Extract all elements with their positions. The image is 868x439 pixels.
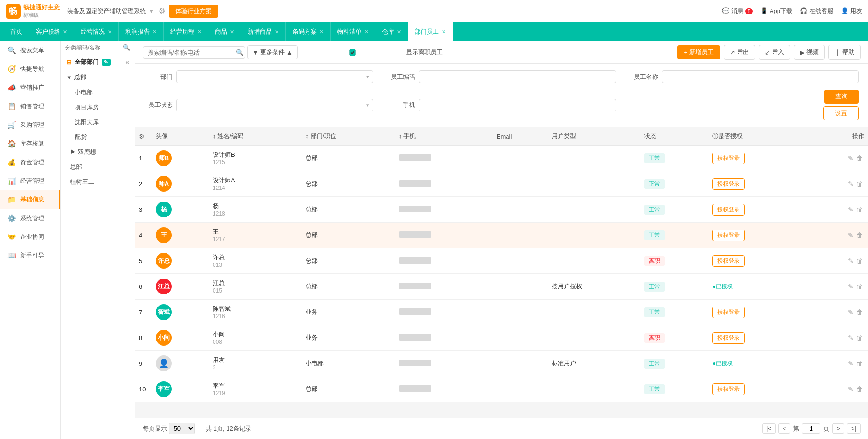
delete-icon[interactable]: 🗑 xyxy=(856,360,863,367)
import-button[interactable]: ↙ 导入 xyxy=(759,45,790,60)
dept-item-peihuo[interactable]: 配货 xyxy=(61,130,135,145)
show-resigned-checkbox[interactable]: 显示离职员工 xyxy=(301,48,443,56)
delete-icon[interactable]: 🗑 xyxy=(856,334,863,341)
user-btn[interactable]: 👤 用友 xyxy=(841,7,862,15)
avatar: 江总 xyxy=(156,279,172,294)
edit-icon[interactable]: ✎ xyxy=(848,308,854,316)
delete-icon[interactable]: 🗑 xyxy=(856,283,863,290)
delete-icon[interactable]: 🗑 xyxy=(856,206,863,213)
auth-login-btn[interactable]: 授权登录 xyxy=(712,332,745,344)
edit-icon[interactable]: ✎ xyxy=(848,360,854,367)
edit-icon[interactable]: ✎ xyxy=(848,206,854,213)
delete-icon[interactable]: 🗑 xyxy=(856,257,863,265)
auth-login-btn[interactable]: 授权登录 xyxy=(712,307,745,318)
service-btn[interactable]: 🎧 在线客服 xyxy=(800,7,833,15)
nav-tab-dept-staff[interactable]: 部门员工✕ xyxy=(408,22,453,41)
nav-tab-operation[interactable]: 经营情况✕ xyxy=(74,22,119,41)
video-button[interactable]: ▶ 视频 xyxy=(794,45,825,60)
close-icon[interactable]: ✕ xyxy=(63,29,67,35)
edit-icon[interactable]: ✎ xyxy=(848,385,854,393)
close-icon[interactable]: ✕ xyxy=(319,29,324,35)
first-page-btn[interactable]: |< xyxy=(762,423,776,434)
edit-icon[interactable]: ✎ xyxy=(848,180,854,188)
nav-tab-home[interactable]: 首页 xyxy=(4,22,29,41)
close-icon[interactable]: ✕ xyxy=(153,29,157,35)
sidebar-item-collab[interactable]: 🤝 企业协同 xyxy=(0,228,60,246)
dept-search-input[interactable] xyxy=(65,44,121,51)
set-button[interactable]: 设置 xyxy=(823,106,859,120)
sidebar-item-basic[interactable]: 📁 基础信息 xyxy=(0,190,60,209)
sidebar-item-marketing[interactable]: 📣 营销推广 xyxy=(0,78,60,97)
auth-login-btn[interactable]: 授权登录 xyxy=(712,204,745,216)
nav-tab-barcode[interactable]: 条码方案✕ xyxy=(286,22,331,41)
sidebar-item-guide[interactable]: 📖 新手引导 xyxy=(0,246,60,265)
nav-tab-customer[interactable]: 客户联络✕ xyxy=(29,22,74,41)
dept-all-btn[interactable]: ⊞ 全部部门 ✎ « xyxy=(61,54,135,70)
nav-tab-add-goods[interactable]: 新增商品✕ xyxy=(241,22,286,41)
sidebar-item-inventory[interactable]: 🏠 库存核算 xyxy=(0,134,60,153)
close-icon[interactable]: ✕ xyxy=(364,29,368,35)
sidebar-item-sales[interactable]: 📋 销售管理 xyxy=(0,97,60,116)
sidebar-item-nav[interactable]: 🧭 快捷导航 xyxy=(0,60,60,78)
dept-item-zhishu[interactable]: 植树王二 xyxy=(61,174,135,189)
sidebar-item-system[interactable]: ⚙️ 系统管理 xyxy=(0,209,60,228)
edit-icon[interactable]: ✎ xyxy=(848,231,854,239)
per-page-select[interactable]: 5020100 xyxy=(169,423,195,434)
close-icon[interactable]: ✕ xyxy=(397,29,401,35)
auth-login-btn[interactable]: 授权登录 xyxy=(712,230,745,241)
sidebar-item-finance[interactable]: 💰 资金管理 xyxy=(0,153,60,172)
auth-login-btn[interactable]: 授权登录 xyxy=(712,255,745,267)
dept-group-head[interactable]: ▼ 总部 xyxy=(61,70,135,85)
close-icon[interactable]: ✕ xyxy=(442,29,446,35)
edit-icon[interactable]: ✎ xyxy=(848,257,854,265)
trial-button[interactable]: 体验行业方案 xyxy=(169,5,218,18)
collapse-btn[interactable]: « xyxy=(125,58,129,66)
dept-select[interactable] xyxy=(176,70,373,83)
search-input[interactable] xyxy=(143,46,245,59)
nav-tab-goods[interactable]: 商品✕ xyxy=(208,22,241,41)
app-download-btn[interactable]: 📱 App下载 xyxy=(760,7,792,15)
delete-icon[interactable]: 🗑 xyxy=(856,385,863,393)
close-icon[interactable]: ✕ xyxy=(108,29,112,35)
settings-icon[interactable]: ⚙ xyxy=(159,7,165,15)
page-number-input[interactable] xyxy=(802,423,820,434)
delete-icon[interactable]: 🗑 xyxy=(856,180,863,188)
delete-icon[interactable]: 🗑 xyxy=(856,154,863,162)
auth-login-btn[interactable]: 授权登录 xyxy=(712,178,745,190)
close-icon[interactable]: ✕ xyxy=(197,29,201,35)
more-conditions-btn[interactable]: ▼ 更多条件 ▲ xyxy=(247,45,298,59)
emp-code-input[interactable] xyxy=(419,70,616,83)
nav-tab-warehouse[interactable]: 仓库✕ xyxy=(375,22,408,41)
dept-item-project[interactable]: 项目库房 xyxy=(61,100,135,115)
delete-icon[interactable]: 🗑 xyxy=(856,231,863,239)
nav-tab-journey[interactable]: 经营历程✕ xyxy=(164,22,208,41)
auth-login-btn[interactable]: 授权登录 xyxy=(712,383,745,395)
add-staff-button[interactable]: + 新增员工 xyxy=(677,45,720,59)
close-icon[interactable]: ✕ xyxy=(230,29,234,35)
auth-login-btn[interactable]: 授权登录 xyxy=(712,153,745,164)
dept-item-shuanglu[interactable]: ▶ 双鹿想 xyxy=(61,145,135,160)
dept-item-zongbu[interactable]: 总部 xyxy=(61,160,135,174)
last-page-btn[interactable]: >| xyxy=(847,423,861,434)
sidebar-item-purchase[interactable]: 🛒 采购管理 xyxy=(0,116,60,134)
edit-icon[interactable]: ✎ xyxy=(848,283,854,290)
status-select[interactable] xyxy=(176,99,373,111)
phone-input[interactable] xyxy=(419,99,616,111)
prev-page-btn[interactable]: < xyxy=(778,423,791,434)
sidebar-item-search[interactable]: 🔍 搜索菜单 xyxy=(0,41,60,60)
dept-item-shenyang[interactable]: 沈阳大库 xyxy=(61,115,135,130)
edit-icon[interactable]: ✎ xyxy=(848,154,854,162)
next-page-btn[interactable]: > xyxy=(832,423,844,434)
delete-icon[interactable]: 🗑 xyxy=(856,308,863,316)
nav-tab-profit[interactable]: 利润报告✕ xyxy=(119,22,164,41)
dept-item-xiaodian[interactable]: 小电部 xyxy=(61,85,135,100)
nav-tab-bom[interactable]: 物料清单✕ xyxy=(331,22,375,41)
help-button[interactable]: ｜ 帮助 xyxy=(828,45,861,60)
edit-icon[interactable]: ✎ xyxy=(848,334,854,341)
query-button[interactable]: 查询 xyxy=(824,90,859,104)
close-icon[interactable]: ✕ xyxy=(275,29,279,35)
sidebar-item-business[interactable]: 📊 经营管理 xyxy=(0,172,60,190)
export-button[interactable]: ↗ 导出 xyxy=(724,45,755,60)
message-btn[interactable]: 💬 消息 5 xyxy=(722,7,753,15)
emp-name-input[interactable] xyxy=(662,70,859,83)
